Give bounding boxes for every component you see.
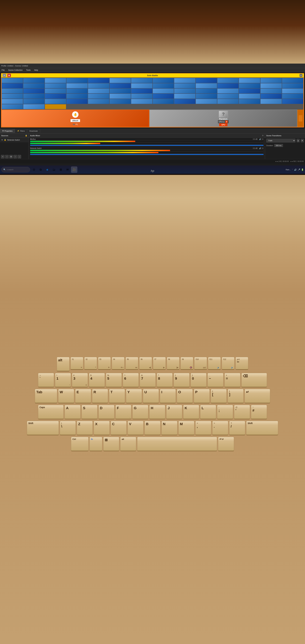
key-d[interactable]: D <box>99 405 114 419</box>
transition-next-button[interactable]: ▼ <box>301 139 304 142</box>
mic-settings-icon[interactable]: ⚙ <box>262 138 264 140</box>
key-r[interactable]: R <box>92 389 108 403</box>
key-g[interactable]: G <box>132 405 148 419</box>
key-u[interactable]: U <box>143 389 159 403</box>
taskbar-obs-icon[interactable]: 🎥 <box>71 166 77 173</box>
key-f5[interactable]: f5 ⏮ <box>126 357 138 370</box>
key-s[interactable]: S <box>82 405 98 419</box>
key-w[interactable]: W <box>58 389 74 403</box>
key-left-alt[interactable]: alt <box>120 437 136 451</box>
key-equals[interactable]: + = <box>224 373 240 387</box>
gpu-button[interactable]: GPU <box>219 123 227 126</box>
taskbar-mail[interactable]: ✉ <box>64 166 71 173</box>
source-settings-button[interactable]: ⚙ <box>9 155 13 158</box>
key-windows[interactable]: ⊞ <box>103 437 119 451</box>
mic-mute-icon[interactable]: 🔊 <box>259 138 261 140</box>
key-period[interactable]: > . <box>212 421 228 435</box>
key-f10[interactable]: f10 pp| <box>194 357 207 370</box>
key-backtick[interactable]: ¬ ` <box>38 373 54 387</box>
move-source-down-button[interactable]: ↓ <box>18 155 21 158</box>
taskbar-task-view[interactable]: ⧉ <box>38 166 44 173</box>
taskbar-start[interactable]: ⊞ <box>58 166 64 173</box>
key-close-bracket[interactable]: } ] <box>228 389 244 403</box>
key-2[interactable]: £ 3 € <box>72 373 88 387</box>
key-4[interactable]: % 5 <box>106 373 122 387</box>
key-1[interactable]: ! 1 ¹ <box>55 373 71 387</box>
key-quote[interactable]: @ ' <box>234 405 250 419</box>
key-right-alt[interactable]: alt gr <box>218 437 234 451</box>
source-nintendo-switch[interactable]: 👁 🔒 Nintendo Switch <box>0 138 29 142</box>
transition-prev-button[interactable]: ▲ <box>297 139 299 142</box>
key-f11[interactable]: f11 🔉 <box>208 357 221 370</box>
key-b[interactable]: B <box>145 421 160 435</box>
key-k[interactable]: K <box>183 405 199 419</box>
key-7[interactable]: * 8 <box>157 373 173 387</box>
key-m[interactable]: M <box>178 421 194 435</box>
key-p[interactable]: P <box>194 389 210 403</box>
key-backspace[interactable]: ⌫ <box>241 373 267 387</box>
key-f[interactable]: F _ <box>115 405 131 419</box>
key-3[interactable]: $ 4 <box>89 373 105 387</box>
key-f2[interactable]: f2 * <box>84 357 97 370</box>
nintendo-switch-settings-icon[interactable]: ⚙ <box>262 147 264 149</box>
key-x[interactable]: X <box>94 421 110 435</box>
key-j[interactable]: J <box>166 405 182 419</box>
key-alt[interactable]: alt <box>57 357 70 371</box>
key-semicolon[interactable]: : ; <box>217 405 233 419</box>
taskbar-tray-expand[interactable]: ⌃ <box>292 169 293 171</box>
key-8[interactable]: ( 9 <box>174 373 190 387</box>
key-left-shift[interactable]: Shift <box>27 421 59 435</box>
taskbar-search-button[interactable]: ⊙ <box>31 166 37 173</box>
key-f12[interactable]: f12 🔊 <box>222 357 234 370</box>
menu-scene-collection[interactable]: Scene Collection <box>8 69 23 72</box>
key-fn[interactable]: fn <box>90 437 102 451</box>
taskbar-file-explorer[interactable]: 🗂 <box>51 166 57 173</box>
key-backslash[interactable]: | \ <box>60 421 76 435</box>
key-f4[interactable]: f4 ☀+ <box>112 357 125 370</box>
key-z[interactable]: Z <box>77 421 93 435</box>
transition-type-select[interactable]: Fade <box>266 139 295 142</box>
source-eye-icon[interactable]: 👁 <box>1 139 3 141</box>
key-6[interactable]: & 7 <box>140 373 156 387</box>
nintendo-switch-slider[interactable] <box>30 154 264 155</box>
key-e[interactable]: E <box>75 389 91 403</box>
key-caps-lock[interactable]: Caps <box>38 405 64 419</box>
key-enter[interactable]: ↵ <box>244 389 270 403</box>
key-v[interactable]: V <box>128 421 144 435</box>
key-5[interactable]: ^ 6 <box>123 373 139 387</box>
source-lock-icon[interactable]: 🔒 <box>4 139 6 141</box>
audio-mixer-settings-icon[interactable]: ⚙ <box>262 134 264 136</box>
key-right-shift[interactable]: Shift <box>246 421 278 435</box>
nintendo-switch-mute-icon[interactable]: 🔊 <box>259 147 261 149</box>
smash-dropdown-button[interactable]: ▼ <box>299 74 302 77</box>
key-i[interactable]: I <box>160 389 176 403</box>
mic-aux-slider[interactable] <box>30 145 264 146</box>
key-o[interactable]: O <box>177 389 193 403</box>
key-t[interactable]: T <box>109 389 125 403</box>
menu-file[interactable]: File <box>1 69 5 72</box>
key-h[interactable]: H <box>149 405 165 419</box>
move-source-up-button[interactable]: ↑ <box>14 155 17 158</box>
key-left-ctrl[interactable]: Ctrl <box>71 437 89 451</box>
key-slash[interactable]: ? / <box>229 421 245 435</box>
key-comma[interactable]: < , <box>195 421 211 435</box>
key-9[interactable]: ) 0 <box>191 373 206 387</box>
key-f9[interactable]: f9 🔇 <box>180 357 193 370</box>
key-space[interactable] <box>137 437 217 451</box>
tab-deactivate[interactable]: Deactivate <box>27 129 40 133</box>
taskbar-volume-icon[interactable]: 🔊 <box>294 168 297 171</box>
key-a[interactable]: A <box>65 405 81 419</box>
key-f3[interactable]: f3 ☀ <box>98 357 111 370</box>
key-f1[interactable]: f1 ✕ <box>71 357 83 370</box>
smash-trash-button[interactable]: 🗑 <box>7 74 11 77</box>
key-open-bracket[interactable]: { [ <box>211 389 227 403</box>
key-f7[interactable]: f7 ▶ <box>153 357 166 370</box>
remove-source-button[interactable]: − <box>5 155 9 158</box>
key-c[interactable]: C <box>111 421 127 435</box>
taskbar-mic-icon[interactable]: 🎤 <box>298 168 300 171</box>
key-tab[interactable]: Tab <box>35 389 57 403</box>
key-f6[interactable]: f6 ◀| <box>139 357 152 370</box>
key-hash[interactable]: ~ # <box>251 405 267 419</box>
menu-help[interactable]: Help <box>34 69 39 72</box>
key-l[interactable]: L <box>200 405 216 419</box>
